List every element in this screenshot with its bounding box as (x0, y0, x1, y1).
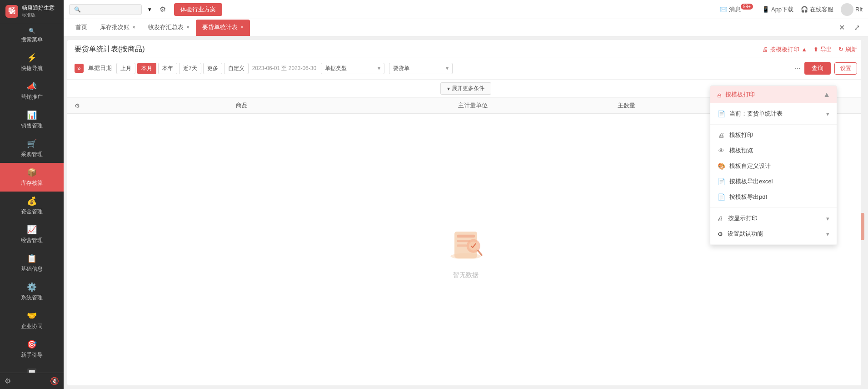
sidebar-search-label: 搜索菜单 (21, 36, 43, 44)
date-btn-more[interactable]: 更多 (203, 63, 222, 74)
user-avatar-item[interactable]: Rit (841, 3, 863, 16)
goods-filter-select[interactable]: 要货单 ▾ (389, 63, 453, 74)
dropdown-item-pdf[interactable]: 📄 按模板导出pdf (710, 189, 837, 205)
export-label: 导出 (820, 45, 832, 54)
operations-icon: 📈 (27, 225, 37, 235)
topbar-gear-icon[interactable]: ⚙ (160, 5, 166, 14)
th-unit: 主计量单位 (396, 101, 549, 110)
sidebar-item-label: 企业协同 (21, 323, 43, 330)
sidebar-item-label: 采购管理 (21, 151, 43, 158)
marketing-icon: 📣 (27, 81, 37, 91)
refresh-label: 刷新 (845, 45, 857, 54)
date-btn-7days[interactable]: 近7天 (179, 63, 201, 74)
dropdown-display-print[interactable]: 🖨 按显示打印 ▾ (710, 211, 837, 226)
dropdown-current-item[interactable]: 📄 当前：要货单统计表 ▾ (710, 106, 837, 121)
tab-batch-account[interactable]: 库存批次账 × (94, 20, 142, 36)
order-type-arrow-icon: ▾ (378, 65, 380, 71)
display-print-icon: 🖨 (718, 215, 723, 222)
sidebar-item-collab[interactable]: 🤝 企业协同 (0, 306, 64, 335)
th-goods: 商品 (88, 101, 396, 110)
app-icon: 畅 (5, 5, 18, 18)
svg-line-7 (478, 250, 482, 255)
finance-icon: 💰 (27, 196, 37, 206)
dropdown-title-label: 按模板打印 (725, 91, 755, 99)
template-custom-icon: 🎨 (718, 162, 725, 170)
filter-expand-btn[interactable]: » (75, 64, 84, 73)
topbar-search[interactable]: 🔍 (69, 4, 142, 15)
date-btn-this-month[interactable]: 本月 (137, 63, 156, 74)
dropdown-sub-items: 🖨 按显示打印 ▾ ⚙ 设置默认功能 ▾ (710, 208, 837, 245)
tab-expand-btn[interactable]: ⤢ (851, 22, 863, 33)
tab-close-all-btn[interactable]: ✕ (836, 22, 848, 33)
content-scrollbar[interactable] (861, 40, 864, 385)
current-arrow-icon: ▾ (826, 111, 829, 117)
tab-order-stats[interactable]: 要货单统计表 × (196, 20, 250, 36)
sidebar-item-label: 基础信息 (21, 265, 43, 273)
export-btn[interactable]: ⬆ 导出 (813, 45, 832, 54)
sidebar-search[interactable]: 🔍 搜索菜单 (0, 23, 64, 48)
industry-btn[interactable]: 体验行业方案 (174, 3, 222, 16)
search-icon: 🔍 (29, 28, 35, 34)
sales-icon: 📊 (27, 110, 37, 120)
sidebar-item-guide[interactable]: 🎯 新手引导 (0, 335, 64, 364)
dropdown-item-template-preview[interactable]: 👁 模板预览 (710, 143, 837, 158)
print-arrow-icon: ▲ (801, 46, 807, 53)
page-title: 要货单统计表(按商品) (75, 45, 145, 54)
tab-receipt-summary[interactable]: 收发存汇总表 × (142, 20, 196, 36)
tab-receipt-close[interactable]: × (186, 24, 190, 30)
table-settings-icon[interactable]: ⚙ (75, 102, 88, 109)
scrollbar-thumb (861, 213, 864, 240)
refresh-btn[interactable]: ↻ 刷新 (838, 45, 857, 54)
collab-icon: 🤝 (27, 311, 37, 321)
sidebar-logo: 畅 畅康通好生意 标准版 (0, 0, 64, 23)
dropdown-current-label: 当前：要货单统计表 (729, 110, 783, 118)
sidebar-item-sales[interactable]: 📊 销售管理 (0, 106, 64, 134)
order-type-placeholder: 单据类型 (325, 65, 347, 72)
online-service-item[interactable]: 🎧 在线客服 (801, 5, 833, 14)
set-default-arrow: ▾ (826, 231, 829, 237)
date-btn-prev-month[interactable]: 上月 (116, 63, 135, 74)
dropdown-item-template-custom[interactable]: 🎨 模板自定义设计 (710, 158, 837, 174)
print-template-btn[interactable]: 🖨 按模板打印 ▲ (762, 45, 807, 54)
sidebar-item-operations[interactable]: 📈 经营管理 (0, 220, 64, 249)
app-download-item[interactable]: 📱 App下载 (762, 5, 793, 14)
topbar: 🔍 ▾ ⚙ 体验行业方案 ✉️ 消息 99+ 📱 App下载 🎧 在线客服 Ri… (64, 0, 868, 19)
dropdown-close-btn[interactable]: ▲ (823, 91, 830, 99)
app-subtitle: 标准版 (22, 12, 55, 18)
filter-more-icon[interactable]: ··· (795, 64, 801, 72)
system-icon: ⚙️ (27, 282, 37, 292)
excel-label: 按模板导出excel (729, 177, 773, 186)
content-area: 要货单统计表(按商品) 🖨 按模板打印 ▲ ⬆ 导出 ↻ 刷新 » (67, 40, 864, 385)
sidebar-item-system[interactable]: ⚙️ 系统管理 (0, 278, 64, 306)
sidebar-item-label: 新手引导 (21, 351, 43, 359)
audio-icon[interactable]: 🔇 (50, 377, 59, 385)
sidebar-item-basic[interactable]: 📋 基础信息 (0, 249, 64, 278)
topbar-dropdown-arrow[interactable]: ▾ (148, 6, 151, 13)
dropdown-item-template-print[interactable]: 🖨 模板打印 (710, 127, 837, 143)
sidebar-item-purchase[interactable]: 🛒 采购管理 (0, 134, 64, 163)
tab-order-close[interactable]: × (240, 24, 244, 30)
sidebar-item-apps[interactable]: 🔲 应用中心 (0, 364, 64, 373)
sidebar-item-marketing[interactable]: 📣 营销推广 (0, 77, 64, 106)
tab-home[interactable]: 首页 (69, 20, 94, 36)
topbar-search-icon: 🔍 (74, 6, 81, 13)
sidebar-item-quicknav[interactable]: ⚡ 快捷导航 (0, 48, 64, 77)
date-btn-this-year[interactable]: 本年 (158, 63, 177, 74)
dropdown-item-excel[interactable]: 📄 按模板导出excel (710, 174, 837, 189)
messages-item[interactable]: ✉️ 消息 99+ (720, 5, 755, 14)
expand-more-btn[interactable]: ▾ 展开更多条件 (440, 82, 491, 95)
dropdown-print-icon: 🖨 (717, 91, 723, 98)
current-doc-icon: 📄 (718, 110, 725, 117)
app-download-label: App下载 (771, 5, 793, 14)
sidebar-item-inventory[interactable]: 📦 库存核算 (0, 163, 64, 192)
sidebar-item-finance[interactable]: 💰 资金管理 (0, 192, 64, 220)
settings-btn[interactable]: 设置 (834, 62, 857, 75)
tab-batch-close[interactable]: × (132, 24, 135, 30)
online-service-label: 在线客服 (810, 5, 833, 14)
query-btn[interactable]: 查询 (804, 62, 831, 75)
expand-more-label: 展开更多条件 (452, 85, 484, 92)
order-type-select[interactable]: 单据类型 ▾ (321, 63, 384, 74)
dropdown-set-default[interactable]: ⚙ 设置默认功能 ▾ (710, 226, 837, 242)
settings-bottom-icon[interactable]: ⚙ (5, 377, 11, 385)
date-btn-custom[interactable]: 自定义 (224, 63, 249, 74)
